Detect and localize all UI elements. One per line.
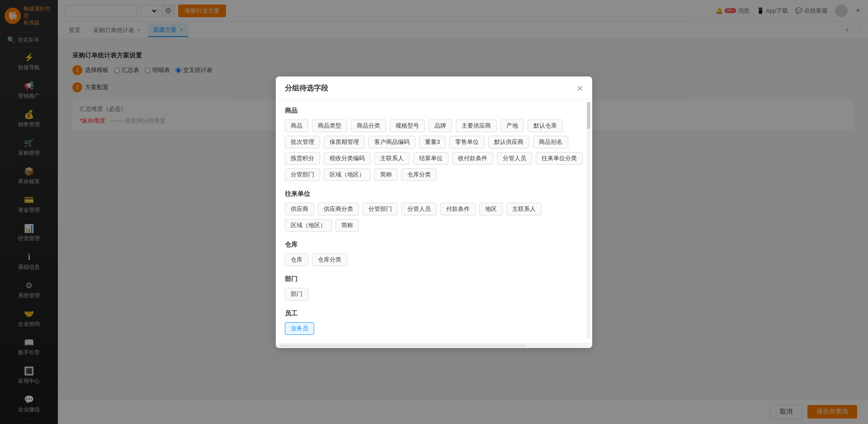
field-tag-1-0[interactable]: 供应商 — [285, 203, 314, 215]
field-tag-0-11[interactable]: 重量3 — [419, 136, 446, 148]
field-tag-0-20[interactable]: 分管人员 — [497, 152, 532, 165]
field-tag-0-16[interactable]: 税收分类编码 — [324, 152, 371, 165]
field-tag-0-13[interactable]: 默认供应商 — [488, 136, 529, 148]
field-tag-1-7[interactable]: 区域（地区） — [285, 219, 332, 232]
field-tag-0-21[interactable]: 往来单位分类 — [536, 152, 583, 165]
modal-header: 分组待选字段 ✕ — [276, 76, 592, 100]
field-tag-0-1[interactable]: 商品类型 — [312, 119, 347, 132]
field-tag-1-4[interactable]: 付款条件 — [440, 203, 476, 215]
field-tag-0-5[interactable]: 主要供应商 — [456, 119, 497, 132]
hscrollbar-thumb[interactable] — [279, 345, 527, 347]
modal-close-btn[interactable]: ✕ — [576, 84, 583, 94]
field-select-modal: 分组待选字段 ✕ 商品商品商品类型商品分类规格型号品牌主要供应商产地默认仓库批次… — [276, 76, 592, 348]
field-tag-0-19[interactable]: 收付款条件 — [452, 152, 493, 165]
field-tag-0-4[interactable]: 品牌 — [429, 119, 452, 132]
modal-overlay: 分组待选字段 ✕ 商品商品商品类型商品分类规格型号品牌主要供应商产地默认仓库批次… — [0, 0, 868, 424]
field-tag-0-7[interactable]: 默认仓库 — [528, 119, 563, 132]
field-tag-0-10[interactable]: 客户商品编码 — [368, 136, 415, 148]
field-tag-1-8[interactable]: 简称 — [335, 219, 359, 232]
field-tag-0-22[interactable]: 分管部门 — [285, 168, 320, 181]
field-tag-0-8[interactable]: 批次管理 — [285, 136, 320, 148]
field-section-4: 员工业务员 — [285, 310, 583, 335]
field-tag-1-6[interactable]: 主联系人 — [506, 203, 542, 215]
field-tag-0-3[interactable]: 规格型号 — [390, 119, 425, 132]
field-tag-0-18[interactable]: 结算单位 — [413, 152, 448, 165]
field-tag-0-15[interactable]: 拣货积分 — [285, 152, 320, 165]
field-section-0: 商品商品商品类型商品分类规格型号品牌主要供应商产地默认仓库批次管理保质期管理客户… — [285, 107, 583, 181]
scrollbar-track — [587, 102, 590, 339]
field-tag-0-0[interactable]: 商品 — [285, 119, 308, 132]
field-tag-4-0[interactable]: 业务员 — [285, 322, 314, 335]
field-tag-0-17[interactable]: 主联系人 — [374, 152, 410, 165]
field-grid-0: 商品商品类型商品分类规格型号品牌主要供应商产地默认仓库批次管理保质期管理客户商品… — [285, 119, 583, 181]
field-tag-1-5[interactable]: 地区 — [479, 203, 503, 215]
field-tag-1-1[interactable]: 供应商分类 — [318, 203, 359, 215]
scrollbar-thumb[interactable] — [587, 102, 590, 129]
field-tag-0-14[interactable]: 商品别名 — [533, 136, 568, 148]
field-tag-0-9[interactable]: 保质期管理 — [324, 136, 365, 148]
modal-title: 分组待选字段 — [285, 84, 328, 93]
field-tag-0-6[interactable]: 产地 — [500, 119, 524, 132]
section-title-3: 部门 — [285, 275, 583, 283]
field-tag-0-23[interactable]: 区域（地区） — [324, 168, 371, 181]
field-tag-2-1[interactable]: 仓库分类 — [312, 253, 347, 266]
field-tag-2-0[interactable]: 仓库 — [285, 253, 308, 266]
modal-body[interactable]: 商品商品商品类型商品分类规格型号品牌主要供应商产地默认仓库批次管理保质期管理客户… — [276, 100, 592, 343]
section-title-1: 往来单位 — [285, 190, 583, 198]
field-tag-1-3[interactable]: 分管人员 — [401, 203, 437, 215]
field-grid-2: 仓库仓库分类 — [285, 253, 583, 266]
field-grid-1: 供应商供应商分类分管部门分管人员付款条件地区主联系人区域（地区）简称 — [285, 203, 583, 232]
field-section-2: 仓库仓库仓库分类 — [285, 241, 583, 266]
section-title-0: 商品 — [285, 107, 583, 115]
section-title-2: 仓库 — [285, 241, 583, 249]
field-tag-0-24[interactable]: 简称 — [374, 168, 398, 181]
section-title-4: 员工 — [285, 310, 583, 318]
field-section-3: 部门部门 — [285, 275, 583, 300]
field-tag-0-2[interactable]: 商品分类 — [351, 119, 386, 132]
field-section-1: 往来单位供应商供应商分类分管部门分管人员付款条件地区主联系人区域（地区）简称 — [285, 190, 583, 232]
field-grid-4: 业务员 — [285, 322, 583, 335]
field-tag-1-2[interactable]: 分管部门 — [363, 203, 398, 215]
field-grid-3: 部门 — [285, 288, 583, 300]
field-tag-0-12[interactable]: 零售单位 — [449, 136, 485, 148]
field-tag-0-25[interactable]: 仓库分类 — [401, 168, 437, 181]
modal-hscrollbar — [276, 343, 592, 348]
field-tag-3-0[interactable]: 部门 — [285, 288, 308, 300]
